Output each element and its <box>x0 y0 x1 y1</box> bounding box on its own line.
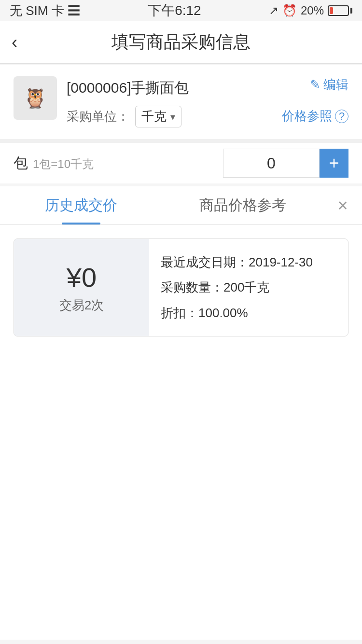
tabs-close-button[interactable]: × <box>323 196 362 216</box>
currency-symbol: ¥ <box>67 262 82 293</box>
unit-dropdown-arrow: ▾ <box>170 111 175 123</box>
back-button[interactable]: ‹ <box>12 32 17 53</box>
page-title: 填写商品采购信息 <box>111 30 251 54</box>
status-right-icons: ↗ ⏰ 20% <box>269 4 352 17</box>
alarm-icon: ⏰ <box>282 4 297 17</box>
product-actions: ✎ 编辑 价格参照 ? <box>282 76 348 125</box>
bottom-area <box>0 350 362 640</box>
status-bar: 无 SIM 卡 ☰ 下午6:12 ↗ ⏰ 20% <box>0 0 362 21</box>
tab-history-label: 历史成交价 <box>45 196 117 215</box>
recent-date-row: 最近成交日期：2019-12-30 <box>161 253 336 271</box>
status-time: 下午6:12 <box>148 1 201 20</box>
tab-price-ref-label: 商品价格参考 <box>199 196 286 215</box>
unit-select[interactable]: 千克 ▾ <box>135 106 181 127</box>
product-image: 🦉 <box>14 76 57 120</box>
price-ref-help-icon: ? <box>335 110 348 123</box>
location-icon: ↗ <box>269 4 278 17</box>
recent-date-label: 最近成交日期： <box>161 255 249 269</box>
price-value: 0 <box>82 262 97 293</box>
battery-percent: 20% <box>301 4 324 17</box>
battery-icon <box>328 5 352 16</box>
edit-button[interactable]: ✎ 编辑 <box>310 76 348 93</box>
price-card: ¥0 交易2次 最近成交日期：2019-12-30 采购数量：200千克 折扣：… <box>14 238 348 336</box>
product-thumbnail-icon: 🦉 <box>23 87 47 110</box>
product-card: 🦉 [0000006]手撕面包 采购单位： 千克 ▾ ✎ 编辑 价格参照 <box>0 65 362 139</box>
quantity-row: 包 1包=10千克 + <box>0 143 362 183</box>
discount-label: 折扣： <box>161 306 198 320</box>
quantity-label-group: 包 1包=10千克 <box>14 154 94 173</box>
price-amount: ¥0 <box>67 262 97 293</box>
product-info: [0000006]手撕面包 采购单位： 千克 ▾ <box>67 78 189 127</box>
discount-value: 100.00% <box>198 306 248 320</box>
edit-icon: ✎ <box>310 77 320 92</box>
quantity-plus-button[interactable]: + <box>320 149 348 178</box>
status-carrier: 无 SIM 卡 ☰ <box>10 2 80 19</box>
recent-date-value: 2019-12-30 <box>249 255 313 269</box>
purchase-quantity-label: 采购数量： <box>161 280 223 294</box>
nav-bar: ‹ 填写商品采购信息 <box>0 21 362 64</box>
transaction-count: 交易2次 <box>59 297 104 314</box>
purchase-quantity-value: 200千克 <box>223 280 269 294</box>
price-details-panel: 最近成交日期：2019-12-30 采购数量：200千克 折扣：100.00% <box>149 239 348 336</box>
discount-row: 折扣：100.00% <box>161 304 336 322</box>
tab-active-underline <box>62 223 100 224</box>
quantity-input-group: + <box>223 149 348 178</box>
history-price-content: ¥0 交易2次 最近成交日期：2019-12-30 采购数量：200千克 折扣：… <box>0 225 362 350</box>
quantity-unit: 包 <box>14 154 28 173</box>
unit-value: 千克 <box>141 108 167 125</box>
tabs-header: 历史成交价 商品价格参考 × <box>0 186 362 225</box>
product-unit-row: 采购单位： 千克 ▾ <box>67 106 189 127</box>
quantity-input[interactable] <box>223 149 320 178</box>
price-summary-panel: ¥0 交易2次 <box>14 239 149 336</box>
section-divider <box>0 139 362 143</box>
unit-label: 采购单位： <box>67 108 129 125</box>
tabs-section: 历史成交价 商品价格参考 × ¥0 交易2次 最近成交日期：2019-12-30… <box>0 186 362 350</box>
tab-product-price-ref[interactable]: 商品价格参考 <box>162 186 323 224</box>
purchase-quantity-row: 采购数量：200千克 <box>161 279 336 296</box>
price-reference-button[interactable]: 价格参照 ? <box>282 108 348 125</box>
tab-history-price[interactable]: 历史成交价 <box>0 186 162 224</box>
product-name: [0000006]手撕面包 <box>67 78 189 98</box>
quantity-conversion: 1包=10千克 <box>33 156 94 172</box>
